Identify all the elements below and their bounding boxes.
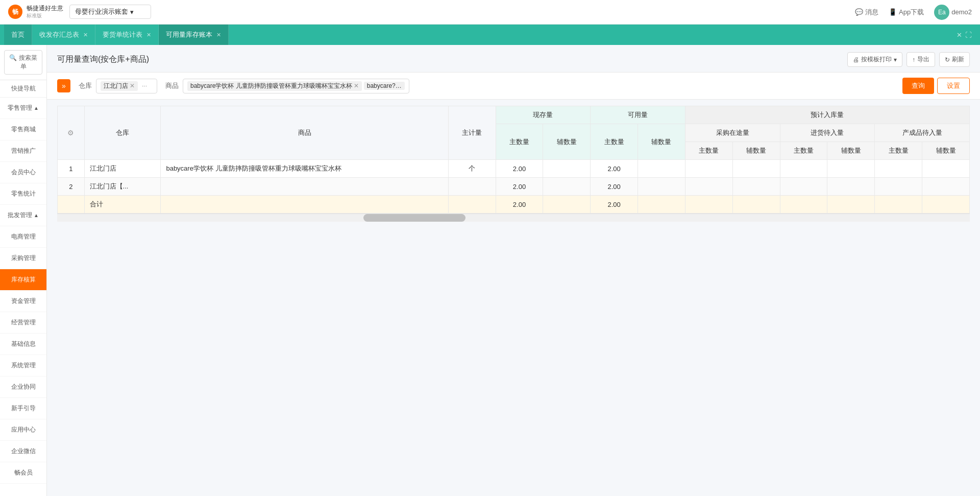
tab-order-stats-close[interactable]: ✕ [146,32,151,38]
row2-product-aux [922,178,970,196]
summary-p5 [875,196,922,214]
tab-receive-summary[interactable]: 收发存汇总表 ✕ [32,25,95,45]
sidebar-basic-info-label: 基础信息 [11,340,36,348]
th-purchase-aux: 辅数量 [732,142,780,160]
summary-empty1 [58,196,85,214]
summary-current-aux [543,196,591,214]
sidebar-item-member-center[interactable]: 会员中心 [0,162,46,183]
maximize-icon: ⛶ [965,31,972,39]
th-forecast: 预计入库量 [685,106,969,124]
warehouse-dots[interactable]: ··· [140,82,149,89]
sidebar-item-enterprise-collab[interactable]: 企业协同 [0,376,46,398]
search-icon: 🔍 [9,54,17,61]
th-purchase: 采购在途量 [685,124,780,142]
avatar: Ea [934,5,949,20]
sidebar-item-new-guide[interactable]: 新手引导 [0,398,46,419]
row2-available-main: 2.00 [591,178,638,196]
sidebar-item-operation[interactable]: 经营管理 [0,312,46,334]
export-btn[interactable]: ↑ 导出 [906,52,935,67]
sidebar-item-system[interactable]: 系统管理 [0,355,46,376]
th-product-main: 主数量 [875,142,922,160]
sidebar-item-finance[interactable]: 资金管理 [0,291,46,312]
tab-receive-summary-close[interactable]: ✕ [83,32,88,38]
warehouse-tag-remove[interactable]: ✕ [130,82,135,89]
horizontal-scrollbar[interactable] [57,214,970,222]
sidebar-item-app-center[interactable]: 应用中心 [0,419,46,441]
summary-row: 合计 2.00 2.00 [58,196,970,214]
app-download-btn[interactable]: 📱 App下载 [889,8,924,17]
sidebar-item-member[interactable]: 畅会员 [0,462,46,484]
row1-product-aux [922,160,970,178]
sidebar-new-guide-label: 新手引导 [11,404,36,413]
user-area[interactable]: Ea demo2 [934,5,972,20]
quick-nav-label: 快捷导航 [11,85,36,92]
tab-order-stats[interactable]: 要货单统计表 ✕ [95,25,159,45]
tab-available-ledger-close[interactable]: ✕ [216,32,221,38]
row1-unit: 个 [448,160,496,178]
th-current-aux: 辅数量 [543,124,591,160]
user-name: demo2 [951,8,972,16]
row2-purchase-aux [732,178,780,196]
sidebar-search-area: 🔍 搜索菜单 [0,45,46,80]
summary-available-main: 2.00 [591,196,638,214]
filter-expand-btn[interactable]: » [57,79,70,92]
message-btn[interactable]: 💬 消息 [855,8,878,17]
sidebar-item-retail-mall[interactable]: 零售商城 [0,119,46,140]
product-tag-2-text: babycare?… [367,82,402,89]
sidebar-item-enterprise-wechat[interactable]: 企业微信 [0,441,46,462]
sidebar-item-retail-mgmt[interactable]: 零售管理 ▲ [0,98,46,119]
message-icon: 💬 [855,8,863,16]
sidebar-item-marketing[interactable]: 营销推广 [0,140,46,162]
scrollbar-thumb[interactable] [363,214,465,222]
row2-incoming-aux [827,178,875,196]
th-incoming-aux: 辅数量 [827,142,875,160]
warehouse-input[interactable]: 江北门店 ✕ ··· [96,79,157,93]
export-label: 导出 [917,55,929,64]
sidebar-retail-mall-label: 零售商城 [11,125,36,134]
th-current: 现存量 [496,106,591,124]
page-actions: 🖨 按模板打印 ▾ ↑ 导出 ↻ 刷新 [847,52,970,67]
chevron-up-icon: ▲ [34,105,39,111]
summary-current-main: 2.00 [496,196,543,214]
export-icon: ↑ [912,56,915,63]
settings-btn[interactable]: 设置 [937,78,970,94]
row1-available-aux [638,160,685,178]
tabs-close-all[interactable]: ✕ ⛶ [952,25,976,45]
sidebar: 🔍 搜索菜单 快捷导航 零售管理 ▲ 零售商城 营销推广 会员中心 零售统计 批… [0,45,47,496]
sidebar-item-basic-info[interactable]: 基础信息 [0,334,46,355]
row2-product-main [875,178,922,196]
chevron-down-icon3: ▾ [894,56,897,63]
table-row: 1 江北门店 babycare学饮杯 儿童防摔防撞吸管杯重力球吸嘴杯宝宝水杯 个… [58,160,970,178]
sidebar-item-purchase[interactable]: 采购管理 [0,248,46,269]
summary-empty2 [161,196,448,214]
product-tag-1: babycare学饮杯 儿童防摔防撞吸管杯重力球吸嘴杯宝宝水杯 ✕ [187,81,362,91]
quick-nav-btn[interactable]: 快捷导航 [0,80,46,98]
sidebar-item-ecommerce[interactable]: 电商管理 [0,226,46,248]
top-bar: 畅 畅捷通好生意 标准版 母婴行业演示账套 ▾ 💬 消息 📱 App下载 Ea … [0,0,980,25]
sidebar-item-inventory-check[interactable]: 库存核算 [0,269,46,291]
gear-icon[interactable]: ⚙ [67,129,74,137]
search-menu-btn[interactable]: 🔍 搜索菜单 [4,50,42,75]
sidebar-item-retail-stats[interactable]: 零售统计 [0,183,46,205]
app-download-label: App下载 [899,8,924,17]
sidebar-purchase-label: 采购管理 [11,254,36,263]
warehouse-label: 仓库 [79,81,92,90]
print-template-btn[interactable]: 🖨 按模板打印 ▾ [847,52,902,67]
industry-select[interactable]: 母婴行业演示账套 ▾ [69,5,151,19]
tab-available-ledger[interactable]: 可用量库存账本 ✕ [159,25,229,45]
th-gear[interactable]: ⚙ [58,106,85,160]
query-btn[interactable]: 查询 [902,78,934,94]
product-tag-1-remove[interactable]: ✕ [354,82,359,89]
th-incoming-main: 主数量 [780,142,827,160]
row1-seq: 1 [58,160,85,178]
sidebar-ecommerce-label: 电商管理 [11,232,36,241]
content-area: 可用量查询(按仓库+商品) 🖨 按模板打印 ▾ ↑ 导出 ↻ 刷新 [47,45,980,496]
sidebar-item-wholesale-mgmt[interactable]: 批发管理 ▲ [0,205,46,226]
product-input[interactable]: babycare学饮杯 儿童防摔防撞吸管杯重力球吸嘴杯宝宝水杯 ✕ babyca… [183,79,409,93]
refresh-btn[interactable]: ↻ 刷新 [939,52,970,67]
tab-home[interactable]: 首页 [4,25,32,45]
row2-warehouse: 江北门店【... [84,178,161,196]
sidebar-member-center-label: 会员中心 [11,168,36,177]
summary-label: 合计 [84,196,161,214]
tab-order-stats-label: 要货单统计表 [103,30,142,39]
